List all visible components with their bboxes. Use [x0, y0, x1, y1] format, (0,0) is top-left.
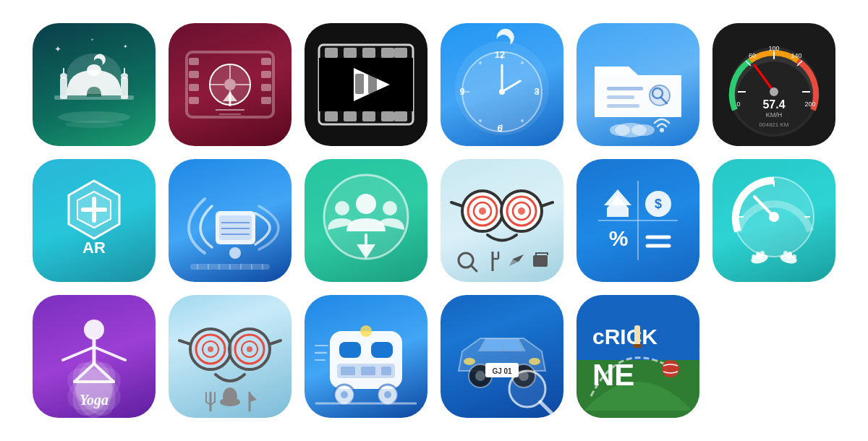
svg-line-181 [179, 341, 190, 344]
svg-line-216 [540, 402, 553, 414]
svg-line-126 [451, 202, 462, 206]
svg-point-122 [479, 207, 486, 215]
svg-text:cRICK: cRICK [592, 325, 658, 348]
svg-rect-38 [394, 48, 407, 58]
svg-point-153 [752, 254, 756, 259]
svg-point-75 [660, 128, 664, 132]
svg-text:004821 KM: 004821 KM [760, 121, 789, 128]
svg-rect-47 [368, 74, 377, 94]
svg-rect-46 [355, 74, 364, 94]
app-icon-yoga[interactable]: Yoga [33, 295, 156, 418]
svg-point-180 [247, 346, 252, 352]
svg-rect-197 [381, 367, 391, 375]
svg-text:NE: NE [592, 358, 634, 392]
svg-point-56 [499, 89, 505, 95]
app-icon-video-compress[interactable] [169, 23, 292, 146]
svg-point-62 [479, 61, 482, 64]
svg-rect-195 [341, 367, 355, 375]
svg-text:$: $ [655, 197, 662, 211]
svg-point-64 [521, 119, 524, 122]
app-grid: ✦ ✦ ✦ [18, 9, 850, 432]
svg-rect-37 [381, 48, 394, 58]
svg-point-221 [662, 360, 679, 377]
app-icon-plate-scan[interactable]: GJ 01 [441, 295, 563, 418]
svg-point-210 [475, 371, 485, 381]
svg-rect-19 [189, 97, 199, 104]
app-icon-cricket[interactable]: cRICK NE [576, 295, 699, 418]
svg-point-115 [383, 201, 397, 215]
app-icon-group-sync[interactable] [305, 159, 427, 282]
svg-point-6 [60, 73, 67, 79]
svg-point-114 [335, 201, 349, 215]
svg-rect-12 [87, 94, 101, 97]
app-icon-video-play[interactable] [305, 23, 427, 146]
svg-point-63 [479, 119, 482, 122]
svg-rect-66 [607, 87, 643, 90]
svg-point-125 [518, 207, 525, 215]
svg-rect-17 [189, 71, 199, 78]
svg-point-198 [360, 325, 372, 337]
svg-rect-68 [607, 104, 639, 108]
svg-rect-225 [633, 344, 642, 348]
svg-text:100: 100 [768, 45, 779, 52]
svg-text:AR: AR [82, 239, 106, 257]
svg-point-200 [341, 391, 348, 398]
svg-line-182 [270, 341, 281, 344]
svg-rect-21 [261, 71, 271, 78]
svg-rect-22 [261, 84, 271, 91]
app-icon-radio[interactable] [169, 159, 292, 282]
svg-rect-224 [634, 325, 640, 346]
svg-text:✦: ✦ [54, 44, 61, 54]
svg-rect-41 [362, 111, 375, 121]
svg-point-157 [788, 252, 792, 256]
svg-rect-133 [533, 255, 548, 267]
svg-text:GJ 01: GJ 01 [492, 367, 512, 375]
svg-text:✦: ✦ [123, 43, 128, 50]
app-icon-prayer-clock[interactable]: 12 3 6 9 [441, 23, 563, 146]
svg-line-127 [542, 202, 553, 206]
svg-text:Yoga: Yoga [80, 392, 109, 408]
app-icon-scale[interactable] [712, 159, 835, 282]
svg-rect-36 [362, 48, 375, 58]
app-icon-spy-glass[interactable] [441, 159, 563, 282]
svg-text:✦: ✦ [90, 38, 94, 42]
app-icon-speedometer[interactable]: 0 60 100 140 200 57.4 KM/H 004821 KM [712, 23, 835, 146]
app-icon-calculator[interactable]: $ % [576, 159, 699, 282]
svg-rect-20 [261, 58, 271, 65]
svg-point-9 [121, 73, 128, 79]
empty-cell [712, 295, 835, 418]
app-icon-mosque[interactable]: ✦ ✦ ✦ [33, 23, 156, 146]
svg-line-166 [63, 347, 94, 360]
svg-point-154 [756, 252, 760, 256]
svg-text:12: 12 [495, 49, 505, 60]
svg-rect-35 [344, 48, 357, 58]
svg-rect-196 [361, 367, 375, 375]
svg-rect-34 [325, 48, 338, 58]
svg-point-103 [229, 247, 241, 259]
svg-line-129 [471, 265, 477, 271]
svg-line-167 [94, 347, 125, 360]
svg-rect-191 [330, 331, 402, 389]
svg-rect-67 [607, 95, 634, 99]
svg-rect-39 [325, 111, 338, 121]
svg-text:KM/H: KM/H [766, 111, 783, 119]
svg-point-4 [87, 64, 101, 76]
app-icon-file-cloud[interactable] [576, 23, 699, 146]
svg-point-73 [610, 124, 630, 136]
svg-point-164 [84, 320, 104, 340]
app-icon-train[interactable] [305, 295, 427, 418]
svg-text:200: 200 [804, 100, 815, 108]
svg-point-202 [384, 391, 391, 398]
svg-point-158 [783, 251, 788, 255]
app-icon-food-spy[interactable] [169, 295, 292, 418]
svg-marker-137 [604, 189, 631, 205]
svg-rect-16 [189, 58, 199, 65]
svg-rect-23 [261, 97, 271, 104]
app-icon-ar-plus[interactable]: AR [33, 159, 156, 282]
svg-text:57.4: 57.4 [762, 98, 785, 111]
svg-text:9: 9 [459, 86, 464, 97]
svg-point-145 [769, 212, 779, 222]
svg-point-155 [760, 251, 765, 255]
svg-text:%: % [609, 226, 629, 250]
svg-text:140: 140 [791, 52, 801, 59]
